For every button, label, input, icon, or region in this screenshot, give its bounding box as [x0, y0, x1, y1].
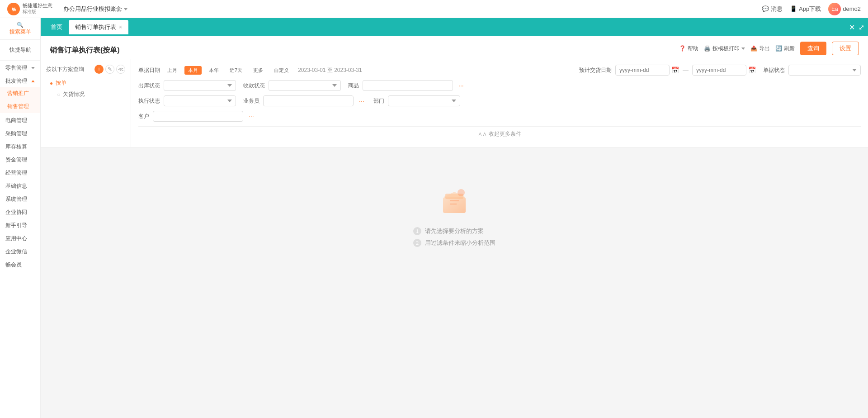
- user-area[interactable]: Ea demo2: [828, 3, 861, 15]
- date-tag-last-month[interactable]: 上月: [164, 66, 181, 75]
- dept-select[interactable]: [388, 95, 460, 106]
- appstore-label: 应用中心: [5, 235, 27, 242]
- sidebar-item-system[interactable]: 系统管理: [0, 192, 40, 205]
- empty-state: 1 请先选择要分析的方案 2 用过滤条件来缩小分析范围: [41, 147, 868, 283]
- sidebar-item-member[interactable]: 畅会员: [0, 257, 40, 271]
- calendar-end-icon[interactable]: 📅: [748, 66, 756, 74]
- date-end-input[interactable]: [692, 65, 746, 76]
- sidebar-item-retail[interactable]: 零售管理: [0, 61, 40, 74]
- sidebar-item-basic[interactable]: 基础信息: [0, 179, 40, 192]
- date-range-separator: —: [683, 67, 689, 74]
- plan-item-arrears[interactable]: ○ 欠货情况: [46, 89, 125, 100]
- messages-label: 消息: [771, 5, 783, 13]
- date-tag-this-month[interactable]: 本月: [184, 66, 202, 75]
- sidebar-item-quick-nav[interactable]: 快捷导航: [0, 43, 40, 57]
- sidebar-search-label: 搜索菜单: [4, 28, 37, 36]
- query-button[interactable]: 查询: [800, 42, 826, 55]
- exec-status-group: 执行状态: [138, 95, 236, 106]
- main-layout: 🔍 搜索菜单 快捷导航 零售管理 批发管理 营销推广 销售管理: [0, 18, 868, 418]
- salesman-group: 业务员 ···: [243, 95, 366, 106]
- sidebar-item-sales-mgmt[interactable]: 销售管理: [0, 100, 40, 113]
- customer-label: 客户: [138, 113, 149, 120]
- empty-hints: 1 请先选择要分析的方案 2 用过滤条件来缩小分析范围: [413, 227, 495, 247]
- operations-label: 经营管理: [5, 169, 27, 177]
- collection-status-group: 收款状态: [243, 80, 341, 91]
- export-btn[interactable]: 📤 导出: [750, 45, 770, 52]
- collapse-conditions-btn[interactable]: ∧∧ 收起更多条件: [138, 126, 861, 142]
- sidebar-item-wechat[interactable]: 企业微信: [0, 244, 40, 257]
- empty-state-illustration: [436, 184, 472, 220]
- filter-left-header: 按以下方案查询 + ✎ ≪: [46, 65, 125, 74]
- messages-btn[interactable]: 💬 消息: [762, 5, 783, 13]
- help-btn[interactable]: ❓ 帮助: [679, 45, 698, 52]
- tab-sales-exec[interactable]: 销售订单执行表 ×: [69, 20, 128, 34]
- sidebar-search[interactable]: 🔍 搜索菜单: [0, 18, 40, 40]
- download-icon: 📱: [790, 5, 797, 12]
- tab-close-window-icon[interactable]: ✕: [849, 23, 855, 32]
- collection-status-select[interactable]: [269, 80, 341, 91]
- page-header: 销售订单执行表(按单) ❓ 帮助 🖨️ 按模板打印 📤 导出: [41, 36, 868, 59]
- sidebar-item-appstore[interactable]: 应用中心: [0, 231, 40, 244]
- date-tag-more[interactable]: 更多: [250, 66, 267, 75]
- product-input[interactable]: [363, 80, 453, 91]
- sidebar-item-ecommerce[interactable]: 电商管理: [0, 113, 40, 126]
- plan-item-order[interactable]: ● 按单: [46, 77, 125, 89]
- app-download-btn[interactable]: 📱 App下载: [790, 5, 821, 13]
- date-start-input[interactable]: [615, 65, 670, 76]
- filter-right-panel: 单据日期 上月 本月 本年 近7天 更多 自定义 2023-03-01 至 20…: [131, 59, 868, 147]
- product-ellipsis-btn[interactable]: ···: [457, 82, 466, 89]
- expected-date-label: 预计交货日期: [579, 66, 612, 74]
- date-input-start-wrap: 📅: [615, 65, 679, 76]
- settings-button[interactable]: 设置: [832, 42, 859, 55]
- system-label: 系统管理: [5, 195, 27, 203]
- edit-plan-btn[interactable]: ✎: [105, 65, 114, 74]
- newbie-label: 新手引导: [5, 222, 27, 229]
- content-area: 首页 销售订单执行表 × ✕ ⤢ 销售订单执行表(按单) ❓ 帮助: [41, 18, 868, 418]
- exec-status-select[interactable]: [164, 95, 236, 106]
- refresh-label: 刷新: [784, 45, 795, 52]
- sidebar-item-operations[interactable]: 经营管理: [0, 166, 40, 179]
- sidebar-item-purchase[interactable]: 采购管理: [0, 126, 40, 139]
- expected-date-group: 预计交货日期 📅 — 📅: [579, 65, 756, 76]
- tab-home[interactable]: 首页: [44, 20, 69, 34]
- top-header: 畅 畅捷通好生意 标准版 办公用品行业模拟账套 💬 消息 📱 App下载 Ea …: [0, 0, 868, 18]
- collapse-panel-btn[interactable]: ≪: [116, 65, 125, 74]
- refresh-btn[interactable]: 🔄 刷新: [775, 45, 795, 52]
- add-plan-btn[interactable]: +: [94, 65, 104, 74]
- hint-text-1: 请先选择要分析的方案: [425, 227, 484, 235]
- hint-number-1: 1: [413, 227, 421, 235]
- salesman-ellipsis-btn[interactable]: ···: [357, 97, 366, 104]
- filter-left-title: 按以下方案查询: [46, 66, 84, 73]
- sidebar-item-inventory[interactable]: 库存核算: [0, 139, 40, 152]
- sidebar-item-wholesale[interactable]: 批发管理: [0, 74, 40, 87]
- date-tag-7days[interactable]: 近7天: [226, 66, 246, 75]
- date-label: 单据日期: [138, 66, 160, 74]
- date-tag-custom[interactable]: 自定义: [270, 66, 292, 75]
- salesman-input[interactable]: [263, 95, 354, 106]
- delivery-status-select[interactable]: [164, 80, 236, 91]
- status-select[interactable]: [788, 65, 861, 76]
- sidebar-item-enterprise[interactable]: 企业协同: [0, 205, 40, 218]
- member-label: 畅会员: [5, 261, 22, 269]
- print-chevron-icon: [741, 48, 745, 50]
- sidebar-item-marketing[interactable]: 营销推广: [0, 87, 40, 100]
- sidebar-item-newbie[interactable]: 新手引导: [0, 218, 40, 231]
- tab-close-icon[interactable]: ×: [119, 24, 122, 30]
- filter-row-customer: 客户 ···: [138, 111, 861, 122]
- sales-mgmt-label: 销售管理: [7, 103, 29, 109]
- app-selector-label: 办公用品行业模拟账套: [63, 5, 122, 13]
- customer-input[interactable]: [153, 111, 243, 122]
- avatar: Ea: [828, 3, 841, 15]
- calendar-start-icon[interactable]: 📅: [671, 66, 679, 74]
- print-btn[interactable]: 🖨️ 按模板打印: [704, 45, 745, 52]
- app-selector[interactable]: 办公用品行业模拟账套: [63, 5, 127, 13]
- customer-ellipsis-btn[interactable]: ···: [247, 113, 256, 120]
- date-tag-this-year[interactable]: 本年: [205, 66, 222, 75]
- logo-main-text: 畅捷通好生意: [23, 3, 52, 9]
- tab-maximize-icon[interactable]: ⤢: [859, 23, 864, 32]
- sidebar-item-finance[interactable]: 资金管理: [0, 152, 40, 166]
- selector-chevron-icon: [124, 5, 127, 12]
- page-content: 销售订单执行表(按单) ❓ 帮助 🖨️ 按模板打印 📤 导出: [41, 36, 868, 418]
- logo-icon: 畅: [7, 3, 20, 15]
- export-icon: 📤: [750, 45, 757, 52]
